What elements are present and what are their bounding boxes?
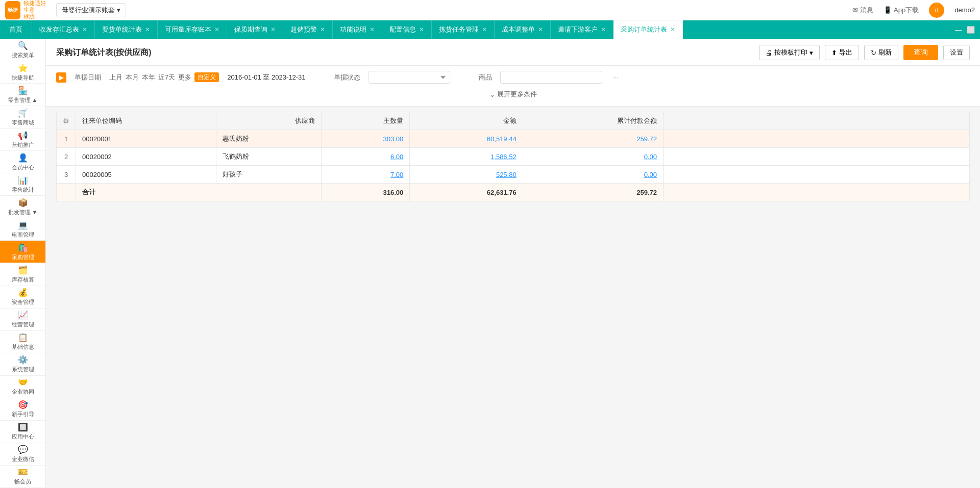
tab-demand-stats[interactable]: 要货单统计表 ✕ bbox=[95, 20, 158, 39]
expand-row: ⌄ 展开更多条件 bbox=[56, 88, 970, 101]
chevron-down-icon: ▾ bbox=[810, 49, 813, 57]
refresh-button[interactable]: ↻ 刷新 bbox=[864, 45, 898, 60]
tab-purchase-order-stats[interactable]: 采购订单统计表 ✕ bbox=[614, 20, 683, 39]
user-avatar[interactable]: d bbox=[929, 3, 944, 18]
trending-icon: 📈 bbox=[18, 310, 28, 320]
tab-actions: — ⬜ bbox=[950, 26, 980, 34]
top-bar-right: ✉ 消息 📱 App下载 d demo2 bbox=[852, 3, 975, 18]
sidebar-item-finance[interactable]: 💰 资金管理 bbox=[0, 286, 45, 309]
tab-cost-adjust[interactable]: 成本调整单 ✕ bbox=[495, 20, 551, 39]
toggle-filter-arrow[interactable]: ▶ bbox=[56, 72, 66, 83]
message-btn[interactable]: ✉ 消息 bbox=[852, 6, 873, 15]
close-icon[interactable]: ✕ bbox=[214, 26, 219, 33]
gear-settings-icon[interactable]: ⚙ bbox=[63, 117, 69, 125]
close-icon[interactable]: ✕ bbox=[538, 26, 543, 33]
sidebar-item-member[interactable]: 👤 会员中心 bbox=[0, 151, 45, 173]
clipboard-icon: 📋 bbox=[18, 332, 28, 342]
close-icon[interactable]: ✕ bbox=[271, 26, 276, 33]
sidebar-item-retail-mgmt[interactable]: 🏪 零售管理 ▲ bbox=[0, 84, 45, 106]
sidebar-item-purchase[interactable]: 🛍️ 采购管理 bbox=[0, 241, 45, 263]
footer-label: 合计 bbox=[76, 184, 322, 201]
table-container: ⚙ 往来单位编码 供应商 主数量 金额 累计付款金额 1 00020001 惠氏… bbox=[46, 107, 980, 488]
chart-icon: 📊 bbox=[18, 175, 28, 185]
tab-collect-summary[interactable]: 收发存汇总表 ✕ bbox=[32, 20, 95, 39]
sidebar-item-operations[interactable]: 📈 经营管理 bbox=[0, 309, 45, 331]
close-icon[interactable]: ✕ bbox=[601, 26, 606, 33]
tab-config[interactable]: 配置信息 ✕ bbox=[382, 20, 432, 39]
sidebar-item-app-center[interactable]: 🔲 应用中心 bbox=[0, 421, 45, 443]
sidebar-item-member-vip[interactable]: 🎫 畅会员 bbox=[0, 466, 45, 488]
close-icon[interactable]: ✕ bbox=[320, 26, 325, 33]
cell-supplier-1: 惠氏奶粉 bbox=[216, 130, 322, 148]
close-icon[interactable]: ✕ bbox=[419, 26, 424, 33]
sidebar-item-enterprise-collab[interactable]: 🤝 企业协同 bbox=[0, 376, 45, 398]
chevron-down-icon: ⌄ bbox=[489, 91, 495, 98]
shortcut-more[interactable]: 更多 bbox=[178, 73, 191, 82]
star-icon: ⭐ bbox=[18, 63, 28, 73]
shortcut-this-year[interactable]: 本年 bbox=[142, 73, 155, 82]
sidebar-item-system[interactable]: ⚙️ 系统管理 bbox=[0, 353, 45, 376]
row-num-1: 1 bbox=[57, 130, 76, 148]
sidebar-item-ecommerce[interactable]: 💻 电商管理 bbox=[0, 218, 45, 241]
more-options-icon[interactable]: ··· bbox=[612, 73, 618, 81]
target-icon: 🎯 bbox=[18, 400, 28, 409]
cell-extra-1 bbox=[664, 130, 970, 148]
tab-invite-downstream[interactable]: 邀请下游客户 ✕ bbox=[551, 20, 614, 39]
page-actions: 🖨 按模板打印 ▾ ⬆ 导出 ↻ 刷新 查询 设置 bbox=[759, 45, 970, 60]
sidebar-item-basic-info[interactable]: 📋 基础信息 bbox=[0, 331, 45, 353]
settings-button[interactable]: 设置 bbox=[943, 45, 970, 60]
workspace-selector[interactable]: 母婴行业演示账套 ▾ bbox=[56, 3, 126, 17]
status-select[interactable] bbox=[369, 71, 450, 84]
close-icon[interactable]: ✕ bbox=[670, 26, 675, 33]
date-shortcuts: 上月 本月 本年 近7天 更多 自定义 bbox=[109, 72, 219, 82]
sidebar-item-quicknav[interactable]: ⭐ 快捷导航 bbox=[0, 61, 45, 84]
close-icon[interactable]: ✕ bbox=[370, 26, 375, 33]
cell-code-3: 00020005 bbox=[76, 166, 216, 184]
tab-available-inventory[interactable]: 可用量库存账本 ✕ bbox=[158, 20, 227, 39]
sidebar-item-newbie[interactable]: 🎯 新手引导 bbox=[0, 398, 45, 421]
sidebar-item-wechat[interactable]: 💬 企业微信 bbox=[0, 443, 45, 466]
shortcut-last-month[interactable]: 上月 bbox=[109, 73, 122, 82]
tab-pick-task[interactable]: 拣货任务管理 ✕ bbox=[432, 20, 495, 39]
cell-supplier-3: 好孩子 bbox=[216, 166, 322, 184]
main-layout: 🔍 搜索菜单 ⭐ 快捷导航 🏪 零售管理 ▲ 🛒 零售商城 📢 营销推广 👤 会… bbox=[0, 39, 980, 488]
cell-amount-1: 60,519.44 bbox=[410, 130, 523, 148]
user-icon: 👤 bbox=[18, 153, 28, 163]
tab-features[interactable]: 功能说明 ✕ bbox=[333, 20, 382, 39]
close-icon[interactable]: ✕ bbox=[82, 26, 87, 33]
close-icon[interactable]: ✕ bbox=[145, 26, 150, 33]
export-button[interactable]: ⬆ 导出 bbox=[825, 45, 859, 60]
minimize-icon[interactable]: — bbox=[955, 26, 962, 34]
app-download-btn[interactable]: 📱 App下载 bbox=[884, 6, 919, 15]
sidebar-item-search[interactable]: 🔍 搜索菜单 bbox=[0, 39, 45, 61]
sidebar-item-inventory[interactable]: 🗂️ 库存核算 bbox=[0, 263, 45, 286]
shortcut-7days[interactable]: 近7天 bbox=[158, 73, 175, 82]
sidebar-item-marketing[interactable]: 📢 营销推广 bbox=[0, 129, 45, 151]
goods-input[interactable] bbox=[500, 71, 602, 84]
table-row: 2 00020002 飞鹤奶粉 6.00 1,586.52 0.00 bbox=[57, 148, 970, 166]
shortcut-this-month[interactable]: 本月 bbox=[126, 73, 139, 82]
sidebar-item-wholesale[interactable]: 📦 批发管理 ▼ bbox=[0, 196, 45, 218]
close-icon[interactable]: ✕ bbox=[482, 26, 487, 33]
page-title-row: 采购订单统计表(按供应商) 🖨 按模板打印 ▾ ⬆ 导出 ↻ 刷新 bbox=[56, 45, 970, 60]
refresh-icon: ↻ bbox=[871, 49, 876, 57]
ticket-icon: 🎫 bbox=[18, 467, 28, 477]
sidebar-item-retail-stats[interactable]: 📊 零售统计 bbox=[0, 173, 45, 196]
logo-icon: 畅捷 bbox=[5, 1, 20, 19]
tab-overstock[interactable]: 超储预警 ✕ bbox=[283, 20, 333, 39]
print-button[interactable]: 🖨 按模板打印 ▾ bbox=[759, 45, 820, 60]
col-settings[interactable]: ⚙ bbox=[57, 112, 76, 130]
sidebar-item-retail-mall[interactable]: 🛒 零售商城 bbox=[0, 106, 45, 129]
expand-conditions-btn[interactable]: ⌄ 展开更多条件 bbox=[483, 88, 543, 101]
tab-expiry-query[interactable]: 保质期查询 ✕ bbox=[227, 20, 283, 39]
cart-icon: 🛒 bbox=[18, 108, 28, 118]
megaphone-icon: 📢 bbox=[18, 131, 28, 140]
cell-amount-3: 525.80 bbox=[410, 166, 523, 184]
query-button[interactable]: 查询 bbox=[903, 45, 938, 60]
shortcut-custom[interactable]: 自定义 bbox=[194, 72, 219, 82]
cell-amount-2: 1,586.52 bbox=[410, 148, 523, 166]
date-filter-label: 单据日期 bbox=[75, 73, 101, 82]
cell-extra-3 bbox=[664, 166, 970, 184]
maximize-icon[interactable]: ⬜ bbox=[967, 26, 975, 34]
tab-home[interactable]: 首页 bbox=[0, 20, 32, 39]
